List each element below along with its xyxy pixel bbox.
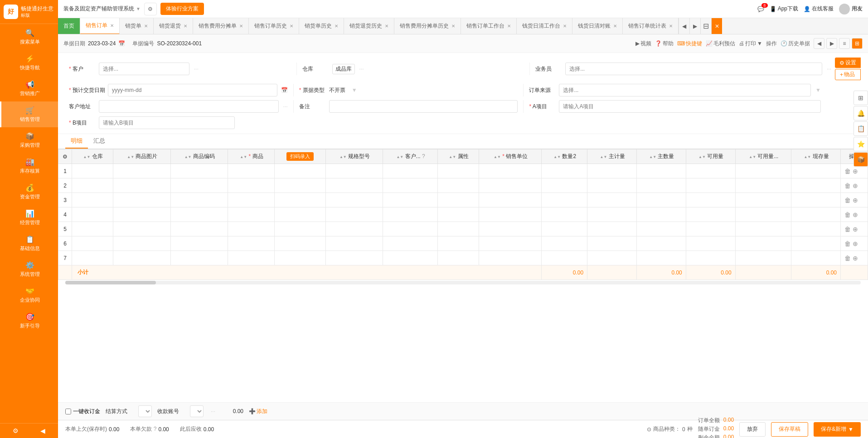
- sidebar-item-purchase[interactable]: 📦 采购管理: [0, 127, 58, 153]
- tab-close-icon[interactable]: ✕: [184, 24, 187, 29]
- next-record-btn[interactable]: ▶: [826, 38, 837, 49]
- tab-home[interactable]: 首页: [58, 18, 80, 34]
- scan-btn[interactable]: 扫码录入: [286, 152, 314, 161]
- row-attribute[interactable]: [437, 164, 479, 178]
- row-available[interactable]: [686, 178, 735, 193]
- tab-sales-expense-history[interactable]: 销售费用分摊单历史 ✕: [394, 18, 461, 34]
- customer-address-input[interactable]: [99, 100, 279, 113]
- row-product[interactable]: [228, 164, 274, 178]
- tab-cash-daily[interactable]: 钱货日清工作台 ✕: [517, 18, 572, 34]
- add-goods-float-btn[interactable]: + 物品: [835, 69, 861, 80]
- delete-row-icon[interactable]: 🗑: [844, 197, 851, 204]
- right-btn-2[interactable]: 🔔: [853, 106, 868, 120]
- copy-row-icon[interactable]: ⊕: [853, 240, 858, 247]
- row-code[interactable]: [170, 178, 228, 193]
- row-qty2[interactable]: [542, 164, 587, 178]
- col-stock[interactable]: ▲▼ 现存量: [791, 149, 841, 164]
- tab-sales-expense[interactable]: 销售费用分摊单 ✕: [193, 18, 249, 34]
- row-warehouse[interactable]: [72, 178, 113, 193]
- print-btn[interactable]: 🖨 打印 ▼: [739, 40, 762, 48]
- row-spec[interactable]: [325, 164, 383, 178]
- tab-sales-stats[interactable]: 销售订单统计表 ✕: [623, 18, 679, 34]
- sidebar-item-guide[interactable]: 🎯 新手引导: [0, 308, 58, 334]
- col-scan[interactable]: 扫码录入: [274, 149, 325, 164]
- settlement-method-select[interactable]: [138, 405, 152, 417]
- discard-button[interactable]: 放弃: [739, 422, 766, 437]
- tab-close-icon[interactable]: ✕: [335, 24, 338, 29]
- calendar2-icon[interactable]: 📅: [281, 87, 288, 93]
- sidebar-collapse-btn[interactable]: ◀: [40, 427, 45, 434]
- row-warehouse[interactable]: [72, 164, 113, 178]
- user-menu[interactable]: 用友: [839, 4, 863, 14]
- row-customer-code[interactable]: [383, 178, 438, 193]
- row-sales-unit[interactable]: [479, 164, 542, 178]
- tab-close-icon[interactable]: ✕: [507, 24, 511, 29]
- scrollbar-thumb[interactable]: [65, 281, 156, 284]
- sidebar-item-finance[interactable]: 💰 资金管理: [0, 179, 58, 205]
- app-download-link[interactable]: 📱 App下载: [770, 5, 798, 13]
- row-stock[interactable]: [791, 178, 841, 193]
- row-image[interactable]: [113, 164, 170, 178]
- online-service-link[interactable]: 👤 在线客服: [804, 5, 834, 13]
- row-qty2[interactable]: [542, 178, 587, 193]
- sidebar-settings-btn[interactable]: ⚙: [13, 427, 19, 434]
- right-btn-5[interactable]: 📦: [853, 152, 868, 167]
- sidebar-item-basic-info[interactable]: 📋 基础信息: [0, 231, 58, 256]
- col-main-qty[interactable]: ▲▼ 主数量: [637, 149, 686, 164]
- row-image[interactable]: [113, 178, 170, 193]
- tab-close-icon[interactable]: ✕: [290, 24, 293, 29]
- customer-input[interactable]: [99, 63, 189, 75]
- a-project-input[interactable]: [559, 100, 821, 113]
- tab-close-icon[interactable]: ✕: [110, 23, 114, 28]
- row-sales-unit[interactable]: [479, 178, 542, 193]
- row-available2[interactable]: [735, 178, 791, 193]
- row-attribute[interactable]: [437, 178, 479, 193]
- save-new-button[interactable]: 保存&新增 ▼: [814, 422, 861, 437]
- tab-sales-order[interactable]: 销售订单 ✕: [80, 18, 120, 34]
- salesman-more-icon[interactable]: ···: [827, 66, 831, 72]
- solution-button[interactable]: 体验行业方案: [160, 3, 204, 15]
- col-image[interactable]: ▲▼ 商品图片: [113, 149, 170, 164]
- warehouse-more-icon[interactable]: ···: [359, 66, 364, 72]
- right-btn-3[interactable]: 📋: [853, 121, 868, 136]
- tab-sales-return[interactable]: 销货单 ✕: [120, 18, 154, 34]
- delete-row-icon[interactable]: 🗑: [844, 211, 851, 218]
- tab-close-icon[interactable]: ✕: [144, 24, 148, 29]
- col-available[interactable]: ▲▼ 可用量: [686, 149, 735, 164]
- tab-sales-return-history[interactable]: 销货单历史 ✕: [299, 18, 344, 34]
- row-main-qty[interactable]: [637, 178, 686, 193]
- customer-more-icon[interactable]: ···: [194, 66, 199, 72]
- col-main-unit[interactable]: ▲▼ 主计量: [587, 149, 637, 164]
- col-spec[interactable]: ▲▼ 规格型号: [325, 149, 383, 164]
- sidebar-item-system[interactable]: ⚙️ 系统管理: [0, 256, 58, 282]
- remark-input[interactable]: [329, 100, 518, 113]
- col-qty2[interactable]: ▲▼ 数量2: [542, 149, 587, 164]
- delete-row-icon[interactable]: 🗑: [844, 240, 851, 247]
- col-warehouse[interactable]: ▲▼ 仓库: [72, 149, 113, 164]
- copy-row-icon[interactable]: ⊕: [853, 211, 858, 218]
- tab-detail[interactable]: 明细: [65, 134, 88, 149]
- tab-close-icon[interactable]: ✕: [385, 24, 388, 29]
- col-code[interactable]: ▲▼ 商品编码: [170, 149, 228, 164]
- history-btn[interactable]: 🕐 历史单据: [781, 40, 810, 48]
- right-btn-4[interactable]: ⭐: [853, 137, 868, 151]
- col-gear[interactable]: ⚙: [58, 149, 72, 164]
- row-spec[interactable]: [325, 178, 383, 193]
- horizontal-scrollbar[interactable]: [65, 281, 861, 284]
- shortcut-btn[interactable]: ⌨ 快捷键: [677, 40, 702, 48]
- copy-row-icon[interactable]: ⊕: [853, 168, 858, 175]
- col-sales-unit[interactable]: ▲▼ * 销售单位: [479, 149, 542, 164]
- tab-close-icon[interactable]: ✕: [239, 24, 243, 29]
- one-click-checkbox[interactable]: [65, 409, 71, 414]
- col-attribute[interactable]: ▲▼ 属性: [437, 149, 479, 164]
- invoice-dropdown-icon[interactable]: ▼: [352, 87, 357, 93]
- col-customer-code[interactable]: ▲▼ 客户... ?: [383, 149, 438, 164]
- view-video-btn[interactable]: ▶ 视频: [635, 40, 651, 48]
- col-product[interactable]: ▲▼ * 商品: [228, 149, 274, 164]
- save-draft-button[interactable]: 保存草稿: [771, 422, 808, 437]
- sidebar-item-search[interactable]: 🔍 搜索菜单: [0, 24, 58, 50]
- sidebar-item-quick-nav[interactable]: ⚡ 快捷导航: [0, 50, 58, 76]
- tabs-close-all-btn[interactable]: ✕: [711, 18, 722, 34]
- row-available[interactable]: [686, 164, 735, 178]
- settings-float-btn[interactable]: ⚙ 设置: [835, 58, 861, 68]
